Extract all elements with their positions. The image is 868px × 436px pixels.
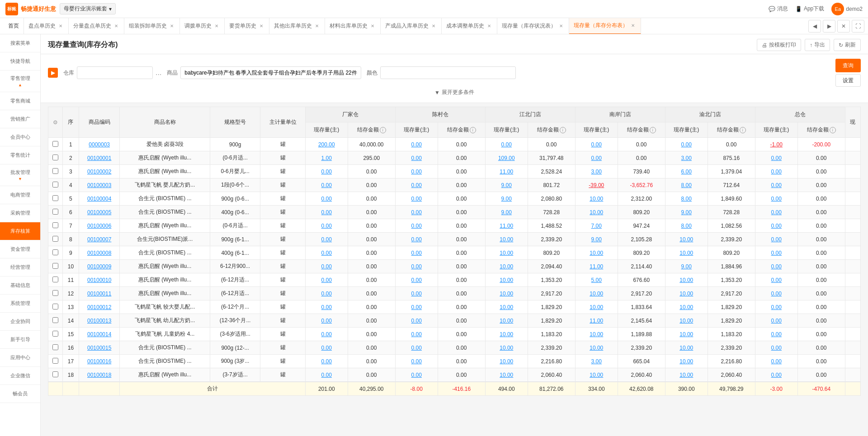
row-zc-qty[interactable]: -1.00: [755, 138, 797, 151]
row-cf-qty[interactable]: 0.00: [305, 368, 348, 382]
row-checkbox[interactable]: [52, 236, 58, 242]
row-code[interactable]: 00100006: [79, 219, 120, 233]
row-jb-qty[interactable]: 10.00: [485, 246, 528, 260]
row-zc-qty[interactable]: 0.00: [755, 206, 797, 219]
row-jb-qty[interactable]: 11.00: [485, 219, 528, 233]
row-jb-qty[interactable]: 10.00: [485, 233, 528, 246]
row-checkbox[interactable]: [52, 344, 58, 350]
row-cf-qty[interactable]: 0.00: [305, 233, 348, 246]
settings-icon[interactable]: ⚙: [52, 119, 59, 126]
row-zc-qty[interactable]: 0.00: [755, 246, 797, 260]
row-na-qty[interactable]: 11.00: [575, 260, 618, 273]
row-code[interactable]: 00100007: [79, 233, 120, 246]
row-checkbox[interactable]: [52, 371, 58, 377]
row-code[interactable]: 00100010: [79, 273, 120, 287]
row-yb-qty[interactable]: 10.00: [665, 246, 708, 260]
row-zc-qty[interactable]: 0.00: [755, 233, 797, 246]
sidebar-item-basic-info[interactable]: 基础信息: [0, 277, 40, 295]
row-checkbox[interactable]: [52, 277, 58, 282]
warehouse-ellipsis[interactable]: ...: [156, 69, 161, 77]
row-select[interactable]: [48, 165, 63, 178]
row-yb-qty[interactable]: 3.00: [665, 151, 708, 165]
row-na-qty[interactable]: 7.00: [575, 219, 618, 233]
row-select[interactable]: [48, 341, 63, 355]
row-checkbox[interactable]: [52, 263, 58, 269]
user-area[interactable]: Ea demo2: [831, 3, 863, 15]
tab-close-icon[interactable]: ✕: [113, 23, 119, 29]
row-select[interactable]: [48, 300, 63, 314]
row-yb-qty[interactable]: 10.00: [665, 355, 708, 368]
row-cf-qty[interactable]: 0.00: [305, 314, 348, 328]
warehouse-input[interactable]: [77, 66, 153, 79]
row-select[interactable]: [48, 287, 63, 300]
row-jb-qty[interactable]: 10.00: [485, 341, 528, 355]
row-cc-qty[interactable]: 0.00: [395, 165, 438, 178]
expand-toggle-btn[interactable]: ▶: [48, 68, 58, 78]
row-select[interactable]: [48, 192, 63, 206]
tab-close-all-btn[interactable]: ✕: [837, 20, 850, 33]
tab-stock-status[interactable]: 现存量（库存状况表） ✕: [497, 18, 569, 34]
row-cf-qty[interactable]: 200.00: [305, 138, 348, 151]
row-checkbox[interactable]: [52, 209, 58, 215]
expand-conditions-btn[interactable]: ▼ 展开更多条件: [434, 89, 474, 96]
row-cc-qty[interactable]: 0.00: [395, 273, 438, 287]
row-zc-qty[interactable]: 0.00: [755, 314, 797, 328]
row-select[interactable]: [48, 246, 63, 260]
app-download-btn[interactable]: 📱 App下载: [795, 5, 824, 13]
tab-order[interactable]: 要货单历史 ✕: [225, 18, 269, 34]
row-yb-qty[interactable]: 9.00: [665, 260, 708, 273]
row-checkbox[interactable]: [52, 168, 58, 174]
row-cc-qty[interactable]: 0.00: [395, 355, 438, 368]
row-cf-qty[interactable]: 0.00: [305, 328, 348, 341]
row-checkbox[interactable]: [52, 358, 58, 364]
row-na-qty[interactable]: 0.00: [575, 138, 618, 151]
row-select[interactable]: [48, 368, 63, 382]
info-icon[interactable]: i: [740, 127, 746, 133]
row-yb-qty[interactable]: 10.00: [665, 287, 708, 300]
row-cc-qty[interactable]: 0.00: [395, 192, 438, 206]
row-zc-qty[interactable]: 0.00: [755, 300, 797, 314]
row-zc-qty[interactable]: 0.00: [755, 341, 797, 355]
row-na-qty[interactable]: 10.00: [575, 192, 618, 206]
info-icon[interactable]: i: [470, 127, 476, 133]
row-code[interactable]: 00100018: [79, 368, 120, 382]
row-zc-qty[interactable]: 0.00: [755, 151, 797, 165]
row-jb-qty[interactable]: 10.00: [485, 287, 528, 300]
row-select[interactable]: [48, 178, 63, 192]
tab-close-icon[interactable]: ✕: [57, 23, 64, 29]
row-zc-qty[interactable]: 0.00: [755, 328, 797, 341]
row-zc-qty[interactable]: 0.00: [755, 273, 797, 287]
row-cf-qty[interactable]: 1.00: [305, 151, 348, 165]
row-select[interactable]: [48, 260, 63, 273]
row-yb-qty[interactable]: 8.00: [665, 192, 708, 206]
row-yb-qty[interactable]: 10.00: [665, 368, 708, 382]
row-checkbox[interactable]: [52, 290, 58, 296]
row-yb-qty[interactable]: 6.00: [665, 165, 708, 178]
row-cc-qty[interactable]: 0.00: [395, 151, 438, 165]
th-settings[interactable]: ⚙: [48, 107, 63, 138]
row-cc-qty[interactable]: 0.00: [395, 233, 438, 246]
row-cf-qty[interactable]: 0.00: [305, 287, 348, 300]
row-select[interactable]: [48, 328, 63, 341]
row-na-qty[interactable]: 10.00: [575, 341, 618, 355]
sidebar-item-ecommerce[interactable]: 电商管理: [0, 186, 40, 204]
row-cf-qty[interactable]: 0.00: [305, 341, 348, 355]
row-na-qty[interactable]: 11.00: [575, 314, 618, 328]
tab-stock-dist[interactable]: 现存量（库存分布表） ✕: [569, 18, 641, 34]
row-na-qty[interactable]: 5.00: [575, 273, 618, 287]
row-jb-qty[interactable]: 10.00: [485, 314, 528, 328]
table-container[interactable]: ⚙ 序 商品编码 商品名称 规格型号 主计量单位 厂家仓 陈村仓 江北门店 南岸…: [41, 103, 868, 436]
row-cc-qty[interactable]: 0.00: [395, 328, 438, 341]
color-input[interactable]: [380, 66, 516, 79]
row-cf-qty[interactable]: 0.00: [305, 260, 348, 273]
row-cf-qty[interactable]: 0.00: [305, 355, 348, 368]
row-na-qty[interactable]: 10.00: [575, 328, 618, 341]
row-checkbox[interactable]: [52, 155, 58, 160]
tab-cost-adjust[interactable]: 成本调整单历史 ✕: [442, 18, 497, 34]
sidebar-item-operations[interactable]: 经营管理: [0, 258, 40, 277]
row-cf-qty[interactable]: 0.00: [305, 273, 348, 287]
row-code[interactable]: 00100013: [79, 314, 120, 328]
row-cf-qty[interactable]: 0.00: [305, 192, 348, 206]
row-na-qty[interactable]: -39.00: [575, 178, 618, 192]
row-zc-qty[interactable]: 0.00: [755, 355, 797, 368]
